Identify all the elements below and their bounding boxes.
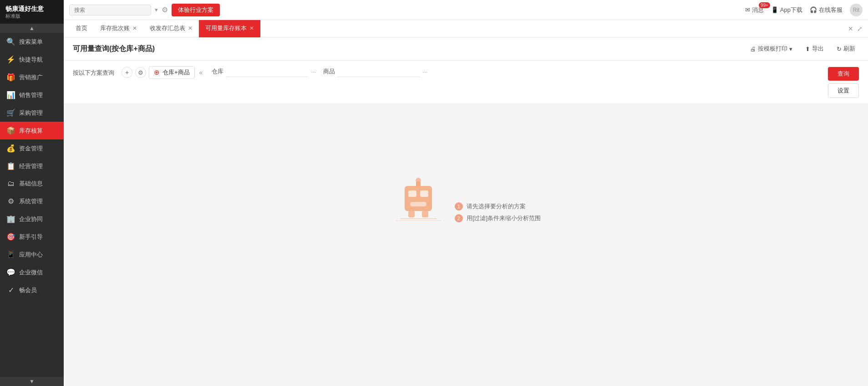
export-label: 导出 — [812, 45, 824, 53]
tab-batch-ledger-close[interactable]: ✕ — [132, 25, 137, 31]
sidebar-item-quick-nav[interactable]: ⚡快捷导航 — [0, 51, 64, 68]
sidebar-item-purchase[interactable]: 🛒采购管理 — [0, 104, 64, 122]
tab-summary-label: 收发存汇总表 — [150, 24, 185, 32]
tab-home[interactable]: 首页 — [69, 20, 94, 37]
sidebar-item-operations[interactable]: 📋经营管理 — [0, 157, 64, 175]
sidebar-label-inventory: 库存核算 — [19, 127, 43, 135]
sidebar-label-basic: 基础信息 — [19, 180, 43, 188]
tab-batch-ledger[interactable]: 库存批次账 ✕ — [94, 20, 143, 37]
sidebar-label-finance: 资金管理 — [19, 144, 43, 153]
tip-text-2: 用[过滤]条件来缩小分析范围 — [467, 214, 541, 222]
operations-icon: 📋 — [6, 162, 15, 170]
enterprise-icon: 🏢 — [6, 215, 15, 223]
sidebar-item-wechat[interactable]: 💬企业微信 — [0, 263, 64, 281]
sidebar-label-newbie: 新手引导 — [19, 233, 43, 241]
sidebar-scroll-down[interactable]: ▼ — [0, 377, 64, 386]
sidebar-item-search[interactable]: 🔍搜索菜单 — [0, 33, 64, 51]
headset-icon: 🎧 — [810, 6, 817, 13]
warehouse-input[interactable] — [226, 66, 308, 77]
filter-area: 按以下方案查询 + ⚙ ⊕ 仓库+商品 « 仓库 ··· 商品 — [64, 61, 868, 104]
user-label: Rit — [853, 7, 860, 13]
trial-btn[interactable]: 体验行业方案 — [172, 4, 220, 16]
goods-input[interactable] — [338, 66, 420, 77]
marketing-icon: 🎁 — [6, 73, 15, 82]
messages-btn[interactable]: ✉ 消息 99+ — [745, 6, 764, 14]
filter-scheme-label: 按以下方案查询 — [73, 66, 114, 77]
edit-scheme-btn[interactable]: ⚙ — [135, 67, 146, 78]
refresh-icon: ↻ — [837, 46, 842, 52]
sidebar-label-quick-nav: 快捷导航 — [19, 56, 43, 64]
page-header-actions: 🖨 按模板打印 ▾ ⬆ 导出 ↻ 刷新 — [746, 43, 859, 55]
sidebar-items: 🔍搜索菜单⚡快捷导航🎁营销推广📊销售管理🛒采购管理📦库存核算💰资金管理📋经营管理… — [0, 33, 64, 377]
sidebar-label-wechat: 企业微信 — [19, 268, 43, 277]
empty-tip-1: 1 请先选择要分析的方案 — [455, 202, 541, 211]
collapse-icon[interactable]: « — [198, 67, 205, 78]
sidebar-item-app-center[interactable]: 📱应用中心 — [0, 246, 64, 263]
search-icon: 🔍 — [6, 37, 15, 46]
sidebar-item-system[interactable]: ⚙系统管理 — [0, 192, 64, 210]
sidebar-label-app-center: 应用中心 — [19, 251, 43, 259]
sidebar-item-marketing[interactable]: 🎁营销推广 — [0, 68, 64, 86]
svg-rect-7 — [422, 211, 428, 217]
tab-summary-close[interactable]: ✕ — [188, 25, 193, 31]
warehouse-filter: 仓库 ··· — [212, 66, 316, 77]
tab-available-label: 可用量库存账本 — [205, 24, 247, 32]
inventory-icon: 📦 — [6, 126, 15, 135]
page-title: 可用量查询(按仓库+商品) — [73, 44, 155, 54]
expand-icon[interactable]: ⤢ — [857, 25, 863, 32]
settings-btn[interactable]: 设置 — [828, 83, 859, 98]
sidebar-label-sales: 销售管理 — [19, 91, 43, 99]
refresh-btn[interactable]: ↻ 刷新 — [833, 43, 859, 55]
app-center-icon: 📱 — [6, 250, 15, 259]
warehouse-more-icon[interactable]: ··· — [311, 68, 316, 75]
tab-summary[interactable]: 收发存汇总表 ✕ — [143, 20, 199, 37]
user-avatar[interactable]: Rit — [850, 4, 863, 16]
filter-schemes: + ⚙ ⊕ 仓库+商品 « — [122, 66, 204, 79]
export-btn[interactable]: ⬆ 导出 — [802, 43, 827, 55]
search-input[interactable] — [69, 5, 151, 15]
tab-available-close[interactable]: ✕ — [249, 25, 254, 31]
sidebar-item-newbie[interactable]: 🎯新手引导 — [0, 228, 64, 246]
query-btn[interactable]: 查询 — [828, 67, 859, 81]
empty-tips: 1 请先选择要分析的方案 2 用[过滤]条件来缩小分析范围 — [455, 202, 541, 222]
finance-icon: 💰 — [6, 144, 15, 153]
close-tab-icon[interactable]: ✕ — [848, 25, 853, 32]
tab-available-ledger[interactable]: 可用量库存账本 ✕ — [199, 20, 260, 37]
logo-title: 畅康通好生意 — [5, 5, 58, 13]
svg-rect-0 — [405, 186, 432, 211]
scheme-warehouse-goods[interactable]: ⊕ 仓库+商品 — [149, 66, 195, 79]
print-template-btn[interactable]: 🖨 按模板打印 ▾ — [746, 43, 796, 55]
tip-num-1: 1 — [455, 202, 463, 211]
sidebar-scroll-up[interactable]: ▲ — [0, 24, 64, 33]
dropdown-chevron-icon[interactable]: ▾ — [155, 6, 158, 13]
warehouse-label: 仓库 — [212, 67, 223, 76]
service-btn[interactable]: 🎧 在线客服 — [810, 6, 843, 14]
sidebar-item-finance[interactable]: 💰资金管理 — [0, 139, 64, 157]
goods-more-icon[interactable]: ··· — [422, 68, 427, 75]
logo-subtitle: 标准版 — [5, 13, 58, 19]
service-label: 在线客服 — [819, 6, 843, 14]
app-icon: 📱 — [771, 6, 778, 13]
svg-rect-1 — [408, 190, 416, 197]
empty-state: 1 请先选择要分析的方案 2 用[过滤]条件来缩小分析范围 — [64, 104, 868, 286]
add-scheme-btn[interactable]: + — [122, 67, 132, 78]
newbie-icon: 🎯 — [6, 232, 15, 241]
refresh-label: 刷新 — [843, 45, 855, 53]
app-download-btn[interactable]: 📱 App下载 — [771, 6, 802, 14]
action-buttons: 查询 设置 — [828, 66, 859, 98]
sales-icon: 📊 — [6, 91, 15, 99]
member-icon: ✓ — [6, 286, 15, 294]
sidebar-label-purchase: 采购管理 — [19, 109, 43, 117]
sidebar-item-member[interactable]: ✓畅会员 — [0, 281, 64, 299]
sidebar-item-basic[interactable]: 🗂基础信息 — [0, 175, 64, 192]
sidebar-item-enterprise[interactable]: 🏢企业协同 — [0, 210, 64, 228]
print-dropdown-icon[interactable]: ▾ — [789, 46, 792, 52]
empty-illustration — [391, 168, 446, 222]
empty-tip-2: 2 用[过滤]条件来缩小分析范围 — [455, 214, 541, 222]
tab-home-label: 首页 — [76, 24, 87, 32]
sidebar-item-inventory[interactable]: 📦库存核算 — [0, 122, 64, 139]
sidebar-label-search: 搜索菜单 — [19, 38, 43, 46]
sidebar-item-sales[interactable]: 📊销售管理 — [0, 86, 64, 104]
gear-icon[interactable]: ⚙ — [162, 5, 168, 14]
tabbar-controls: ✕ ⤢ — [848, 25, 863, 32]
